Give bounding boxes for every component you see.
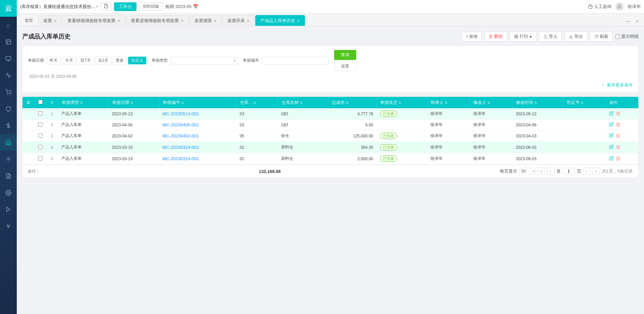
shortcut-today[interactable]: 今天 (62, 57, 76, 64)
new-button[interactable]: + 新增 (462, 32, 482, 42)
td-checkbox[interactable] (35, 108, 46, 120)
tab-product-inbound-history[interactable]: 产成品入库单历史 × (255, 15, 305, 26)
row-checkbox[interactable] (38, 156, 43, 161)
username[interactable]: 徐泽华 (628, 4, 641, 10)
page-first-button[interactable]: « (538, 168, 545, 175)
sidebar-item-purchase[interactable] (0, 84, 17, 101)
shortcut-custom[interactable]: 自定义 (128, 57, 146, 64)
tab-minimize-icon[interactable]: — (625, 18, 631, 24)
old-version-button[interactable]: 切到旧版 (139, 2, 163, 11)
edit-icon[interactable] (609, 156, 614, 162)
tab-view-sales-vat-close-icon[interactable]: × (117, 18, 120, 23)
shortcut-1month[interactable]: 近1月 (95, 57, 112, 64)
tab-view-purchase-vat-close-icon[interactable]: × (181, 18, 183, 23)
filter-settings-button[interactable]: 设置 (334, 61, 356, 71)
th-warehouse-code[interactable]: 仓库...⇅ (236, 97, 278, 108)
sidebar-item-security[interactable] (0, 101, 17, 117)
settings-gear-icon[interactable]: ⚙ (26, 100, 31, 105)
refresh-button[interactable]: 刷新 (590, 32, 613, 42)
import-button[interactable]: 导入 (539, 32, 562, 42)
page-number-input[interactable] (563, 168, 575, 175)
tab-expand-icon[interactable]: ⤢ (634, 18, 641, 24)
doc-no-link[interactable]: MC-20230319-002 (162, 145, 199, 150)
th-doc-type[interactable]: 单据类型⇅ (58, 97, 109, 108)
doc-no-link[interactable]: MC-20230402-001 (162, 133, 199, 138)
sidebar-item-version[interactable]: V (0, 218, 17, 235)
help-button[interactable]: 人工咨询 (588, 4, 611, 10)
sidebar-item-settings[interactable] (0, 184, 17, 201)
edit-icon[interactable] (609, 144, 614, 150)
company-selector[interactable]: (库存核算）直播轻捷通信息技术股份... ▾ (20, 4, 98, 10)
td-doc-no[interactable]: MC-20230319-001 (159, 153, 236, 165)
page-last-button[interactable]: » (593, 168, 600, 175)
tab-invoice-calc-close-icon[interactable]: × (214, 18, 217, 23)
tab-view-purchase-vat[interactable]: 查看进项增值税专用发票 × (126, 15, 189, 26)
row-checkbox[interactable] (38, 122, 43, 127)
display-detail-checkbox-group[interactable]: 显示明细 (615, 34, 639, 40)
th-creator[interactable]: 制单人⇅ (427, 97, 470, 108)
th-modify-time[interactable]: 修改时间⇅ (513, 97, 563, 108)
th-voucher-no[interactable]: 凭证号⇅ (563, 97, 606, 108)
export-button[interactable]: 导出 (565, 32, 587, 42)
td-checkbox[interactable] (35, 120, 46, 130)
tab-home[interactable]: 首页 (20, 15, 38, 26)
tab-product-inbound-history-close-icon[interactable]: × (297, 18, 300, 23)
select-all-checkbox[interactable] (38, 100, 43, 104)
tab-view-sales-vat[interactable]: 查看销项增值税专用发票 × (62, 15, 125, 26)
doc-no-link[interactable]: MC-20230319-001 (162, 156, 199, 161)
sidebar-item-finance[interactable] (0, 117, 17, 134)
display-detail-checkbox[interactable] (615, 35, 620, 39)
print-button[interactable]: 打印 ▾ (510, 32, 536, 42)
sidebar-item-warehouse[interactable] (0, 134, 17, 151)
tab-invoice-calc[interactable]: 发票测算 × (190, 15, 222, 26)
doc-type-select[interactable] (170, 57, 237, 64)
avatar[interactable] (615, 3, 624, 11)
td-doc-no[interactable]: MC-20230319-002 (159, 142, 236, 153)
page-prev-button[interactable]: ‹ (547, 168, 554, 175)
page-next-button[interactable]: › (583, 168, 591, 175)
doc-no-link[interactable]: MC-20230406-001 (162, 122, 199, 127)
th-settings[interactable]: ⚙ (22, 97, 35, 108)
sidebar-item-media[interactable] (0, 201, 17, 218)
td-doc-no[interactable]: MC-20230513-001 (159, 108, 236, 120)
th-doc-status[interactable]: 单据状态⇅ (377, 97, 427, 108)
tab-invoice[interactable]: 发票 × (38, 15, 62, 26)
th-doc-no[interactable]: 单据编号⇅ (159, 97, 236, 108)
td-doc-no[interactable]: MC-20230402-001 (159, 130, 236, 142)
sidebar-item-assets[interactable] (0, 50, 17, 67)
sidebar-item-production[interactable] (0, 151, 17, 168)
td-doc-no[interactable]: MC-20230406-001 (159, 120, 236, 130)
delete-row-icon[interactable] (616, 111, 621, 117)
doc-no-link[interactable]: MC-20230513-001 (162, 111, 199, 116)
shortcut-more[interactable]: 更多 (113, 57, 127, 64)
expand-conditions-button[interactable]: 展开更多条件 (601, 82, 633, 88)
tab-invoice-close-icon[interactable]: × (54, 18, 57, 23)
query-button[interactable]: 查询 (334, 50, 356, 60)
tab-invoice-issue[interactable]: 发票开具 × (222, 15, 255, 26)
page-size-select[interactable]: 50 10 20 100 (519, 168, 536, 175)
td-checkbox[interactable] (35, 130, 46, 142)
edit-icon[interactable] (609, 133, 614, 139)
delete-row-icon[interactable] (616, 122, 621, 128)
row-checkbox[interactable] (38, 111, 43, 116)
edit-icon[interactable] (609, 111, 614, 117)
period-calendar-icon[interactable]: 📅 (193, 4, 198, 9)
delete-row-icon[interactable] (616, 156, 621, 162)
shortcut-yesterday[interactable]: 昨天 (47, 57, 61, 64)
edit-icon[interactable] (609, 122, 614, 128)
th-warehouse-name[interactable]: 仓库名称⇅ (278, 97, 328, 108)
th-total-cost[interactable]: 总成本⇅ (328, 97, 377, 108)
tab-invoice-issue-close-icon[interactable]: × (247, 18, 250, 23)
shortcut-7days[interactable]: 近7天 (77, 57, 94, 64)
sidebar-item-analytics[interactable] (0, 67, 17, 84)
row-checkbox[interactable] (38, 133, 43, 138)
delete-row-icon[interactable] (616, 144, 621, 150)
sidebar-item-reports[interactable] (0, 168, 17, 184)
doc-icon-button[interactable] (101, 3, 111, 10)
row-checkbox[interactable] (38, 145, 43, 149)
workbench-button[interactable]: 工作台 (114, 2, 137, 11)
th-modifier[interactable]: 修改人⇅ (470, 97, 513, 108)
delete-button[interactable]: 删除 (484, 32, 507, 42)
delete-row-icon[interactable] (616, 133, 621, 139)
sidebar-item-home[interactable]: ⌂ (0, 17, 17, 34)
